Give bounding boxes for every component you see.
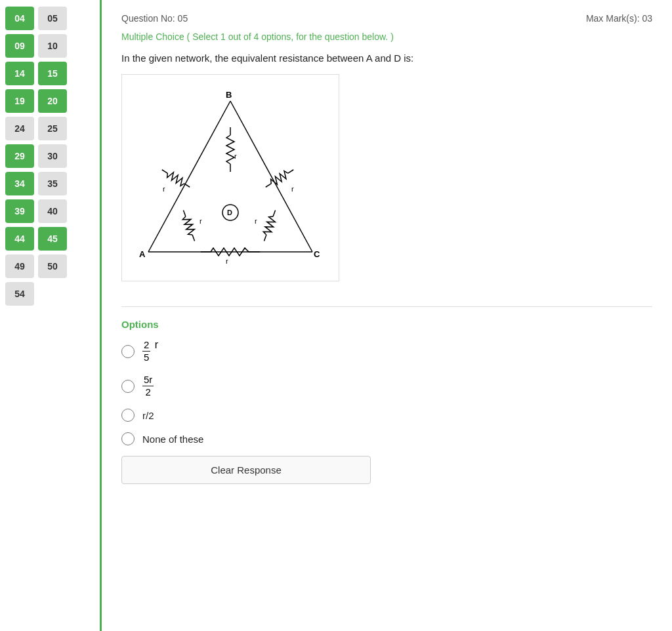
- sidebar-row: 44 45: [5, 227, 94, 251]
- svg-line-3: [162, 170, 167, 173]
- sidebar-item-44[interactable]: 44: [5, 227, 34, 251]
- question-number: Question No: 05: [121, 13, 188, 24]
- question-text: In the given network, the equivalent res…: [121, 52, 652, 64]
- option-3-label: r/2: [142, 410, 154, 421]
- sidebar-item-35[interactable]: 35: [38, 172, 67, 195]
- svg-line-15: [273, 211, 275, 216]
- sidebar-item-10[interactable]: 10: [38, 34, 67, 58]
- sidebar-item-05[interactable]: 05: [38, 7, 67, 30]
- sidebar: 04 05 09 10 14 15 19 20 24 25 29 30 34 3…: [0, 0, 102, 631]
- sidebar-item-40[interactable]: 40: [38, 199, 67, 223]
- option-2[interactable]: 5r 2: [121, 374, 652, 398]
- svg-line-13: [192, 235, 194, 241]
- sidebar-row: 04 05: [5, 7, 94, 30]
- sidebar-item-09[interactable]: 09: [5, 34, 34, 58]
- svg-text:A: A: [139, 249, 146, 259]
- option-3-radio[interactable]: [121, 409, 135, 422]
- svg-text:r: r: [200, 217, 202, 225]
- sidebar-item-34[interactable]: 34: [5, 172, 34, 195]
- sidebar-row: 24 25: [5, 117, 94, 140]
- sidebar-item-45[interactable]: 45: [38, 227, 67, 251]
- option-4[interactable]: None of these: [121, 432, 652, 445]
- svg-text:r: r: [255, 217, 257, 225]
- fraction-5r-2: 5r 2: [142, 374, 154, 398]
- sidebar-item-39[interactable]: 39: [5, 199, 34, 223]
- sidebar-item-50[interactable]: 50: [38, 254, 67, 278]
- svg-text:B: B: [226, 90, 232, 100]
- svg-text:C: C: [314, 249, 320, 259]
- sidebar-row: 54: [5, 282, 94, 306]
- option-4-radio[interactable]: [121, 432, 135, 445]
- svg-line-6: [288, 170, 293, 173]
- svg-text:r: r: [163, 185, 165, 193]
- sidebar-item-54[interactable]: 54: [5, 282, 34, 306]
- section-divider: [121, 306, 652, 307]
- svg-line-7: [266, 184, 271, 187]
- svg-line-16: [264, 235, 266, 241]
- option-3[interactable]: r/2: [121, 409, 652, 422]
- sidebar-item-30[interactable]: 30: [38, 144, 67, 168]
- svg-line-12: [183, 211, 185, 216]
- sidebar-item-19[interactable]: 19: [5, 89, 34, 113]
- max-marks: Max Mark(s): 03: [586, 13, 652, 24]
- question-type-label: Multiple Choice ( Select 1 out of 4 opti…: [121, 31, 652, 42]
- option-1-radio[interactable]: [121, 345, 135, 358]
- sidebar-item-29[interactable]: 29: [5, 144, 34, 168]
- sidebar-item-15[interactable]: 15: [38, 62, 67, 85]
- svg-line-1: [230, 101, 312, 252]
- svg-text:r: r: [234, 152, 237, 160]
- sidebar-item-49[interactable]: 49: [5, 254, 34, 278]
- sidebar-row: 09 10: [5, 34, 94, 58]
- sidebar-item-14[interactable]: 14: [5, 62, 34, 85]
- question-header: Question No: 05 Max Mark(s): 03: [121, 13, 652, 24]
- sidebar-item-20[interactable]: 20: [38, 89, 67, 113]
- sidebar-row: 19 20: [5, 89, 94, 113]
- circuit-diagram: r r r r: [121, 74, 339, 281]
- sidebar-row: 49 50: [5, 254, 94, 278]
- sidebar-item-04[interactable]: 04: [5, 7, 34, 30]
- svg-text:r: r: [226, 257, 228, 265]
- option-4-label: None of these: [142, 434, 203, 445]
- option-1[interactable]: 2 5 r: [121, 339, 652, 363]
- sidebar-row: 34 35: [5, 172, 94, 195]
- option-1-label: 2 5 r: [142, 339, 158, 363]
- svg-text:D: D: [227, 209, 232, 216]
- svg-line-4: [184, 184, 190, 187]
- sidebar-row: 39 40: [5, 199, 94, 223]
- option-2-label: 5r 2: [142, 374, 154, 398]
- options-label: Options: [121, 319, 652, 330]
- main-content: Question No: 05 Max Mark(s): 03 Multiple…: [102, 0, 672, 631]
- sidebar-item-24[interactable]: 24: [5, 117, 34, 140]
- option-2-radio[interactable]: [121, 380, 135, 393]
- sidebar-row: 29 30: [5, 144, 94, 168]
- svg-text:r: r: [291, 185, 294, 193]
- clear-response-button[interactable]: Clear Response: [121, 456, 371, 484]
- sidebar-row: 14 15: [5, 62, 94, 85]
- sidebar-item-25[interactable]: 25: [38, 117, 67, 140]
- fraction-2-5r: 2 5: [142, 339, 150, 363]
